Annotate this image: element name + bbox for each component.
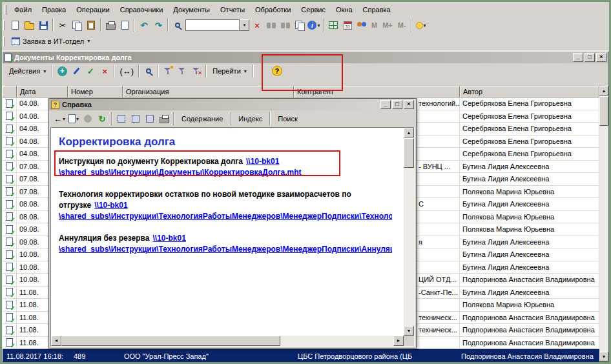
scrollbar-thumb[interactable] [61, 336, 280, 346]
restore-button[interactable]: □ [585, 53, 595, 62]
goto-button[interactable]: Перейти ▾ [209, 65, 251, 77]
help-path-link[interactable]: \shared_subs\Инструкции\ТехнологияРаботы… [59, 211, 392, 222]
index-button[interactable]: Индекс [233, 112, 267, 125]
add-button[interactable]: + [55, 64, 69, 78]
clear-search-button[interactable]: × [250, 18, 264, 32]
paste-button[interactable] [84, 18, 98, 32]
contents-button[interactable]: Содержание [176, 112, 228, 125]
find-button[interactable] [171, 18, 185, 32]
cell-status [3, 274, 17, 286]
menu-item[interactable]: Документы [168, 3, 215, 16]
menu-item[interactable]: Сервис [296, 3, 331, 16]
help-server-link[interactable]: \\10-bk01 [246, 157, 279, 166]
post-button[interactable]: ✓ [83, 64, 98, 78]
help-server-link[interactable]: \\10-bk01 [94, 201, 127, 210]
redo-button[interactable]: ↷ [151, 18, 165, 32]
cell-author: Серебрякова Елена Григорьевна [460, 123, 599, 135]
menu-item[interactable]: Правка [37, 3, 71, 16]
scrollbar-thumb[interactable] [404, 138, 414, 168]
copy-value-button[interactable] [293, 18, 307, 32]
edit-button[interactable] [69, 64, 83, 78]
memory-button[interactable]: М- [395, 19, 409, 31]
help-button[interactable]: ? [270, 64, 284, 78]
info-button[interactable]: i▾ [307, 18, 321, 32]
refresh-button[interactable]: ↻ [95, 112, 109, 126]
toolbar-grip[interactable] [3, 20, 5, 30]
memory-button[interactable]: М [369, 19, 380, 31]
help-server-link[interactable]: \\10-bk01 [152, 234, 185, 243]
menu-item[interactable]: Обработки [250, 3, 296, 16]
table-row-selected[interactable]: 11.08.2017 16:18: 489 ООО "Урал-Пресс За… [3, 349, 599, 363]
open-button[interactable] [22, 18, 36, 32]
column-header-icon[interactable] [3, 86, 17, 97]
search-button[interactable]: Поиск [273, 112, 302, 125]
cut-button[interactable]: ✂ [56, 18, 70, 32]
close-button[interactable]: × [596, 53, 606, 62]
menu-item[interactable]: Справка [358, 3, 396, 16]
calendar-button[interactable] [340, 18, 355, 32]
print-button[interactable] [103, 18, 118, 32]
save-button[interactable] [36, 18, 50, 32]
minimize-button[interactable]: _ [380, 100, 391, 109]
scroll-down-icon[interactable]: ▼ [404, 326, 414, 336]
scroll-right-icon[interactable]: ► [393, 336, 404, 346]
find-previous-button[interactable] [278, 18, 293, 32]
resize-columns-button[interactable]: (↔) [117, 64, 136, 78]
favorites-button[interactable] [129, 112, 143, 126]
toolbar-grip[interactable] [5, 5, 6, 15]
delete-button[interactable]: × [98, 64, 112, 78]
menu-item[interactable]: Файл [9, 3, 37, 16]
cell-author: Серебрякова Елена Григорьевна [460, 148, 599, 160]
list-find-button[interactable] [141, 64, 156, 78]
tips-button[interactable]: ▾ [414, 18, 428, 32]
scroll-up-icon[interactable]: ▲ [404, 128, 414, 137]
column-header-organization[interactable]: Организация [123, 86, 294, 97]
maximize-button[interactable]: □ [392, 100, 402, 109]
filter-settings-button[interactable] [161, 64, 175, 78]
toolbar-grip[interactable] [3, 36, 5, 46]
column-header-counterparty[interactable]: Контрагент [294, 86, 460, 97]
help-path-link[interactable]: \shared_subs\Инструкции\Документы\Коррек… [59, 167, 392, 178]
new-document-button[interactable] [8, 18, 22, 32]
binoculars-icon [267, 23, 276, 28]
menu-item[interactable]: Отчеты [215, 3, 250, 16]
resize-icon: (↔) [119, 66, 134, 76]
stop-button[interactable] [81, 112, 95, 126]
find-next-button[interactable] [264, 18, 278, 32]
help-path-link[interactable]: \shared_subs\Инструкции\ТехнологияРаботы… [59, 244, 392, 255]
home-button[interactable] [114, 112, 129, 126]
column-header-date[interactable]: Дата [17, 86, 68, 97]
search-input[interactable] [185, 19, 240, 31]
posted-document-icon [6, 288, 13, 296]
help-print-button[interactable] [157, 112, 171, 126]
search-dropdown-button[interactable]: ▾ [240, 19, 249, 31]
memory-button[interactable]: М+ [380, 19, 395, 31]
help-vertical-scrollbar[interactable]: ▲ ▼ [404, 128, 414, 336]
it-request-button[interactable]: Заявка в ИТ-отдел ▾ [8, 35, 94, 47]
scroll-up-icon[interactable]: ▲ [599, 86, 608, 96]
users-button[interactable] [355, 18, 369, 32]
menu-item[interactable]: Справочники [115, 3, 169, 16]
menu-item[interactable]: Окна [331, 3, 358, 16]
copy-button[interactable] [70, 18, 84, 32]
undo-button[interactable]: ↶ [137, 18, 151, 32]
actions-button[interactable]: Действия ▾ [5, 65, 50, 77]
print-preview-button[interactable] [118, 18, 132, 32]
help-horizontal-scrollbar[interactable]: ◄ ► [51, 336, 404, 346]
page-menu-button[interactable]: ▾ [67, 112, 81, 126]
scroll-left-icon[interactable]: ◄ [51, 336, 61, 346]
posted-document-icon [6, 175, 13, 183]
menu-item[interactable]: Операции [71, 3, 114, 16]
filter-button[interactable] [175, 64, 189, 78]
scrollbar-thumb[interactable] [599, 96, 608, 126]
history-button[interactable] [143, 112, 157, 126]
table-tool-button[interactable] [326, 18, 340, 32]
minimize-button[interactable]: _ [573, 53, 583, 62]
column-header-number[interactable]: Номер [68, 86, 123, 97]
close-button[interactable]: × [404, 100, 414, 109]
column-header-author[interactable]: Автор [460, 86, 599, 97]
table-scrollbar[interactable]: ▲ ▼ [599, 86, 608, 361]
scroll-down-icon[interactable]: ▼ [599, 352, 608, 361]
clear-filter-button[interactable]: × [189, 64, 203, 78]
back-button[interactable]: ←▾ [52, 112, 67, 126]
